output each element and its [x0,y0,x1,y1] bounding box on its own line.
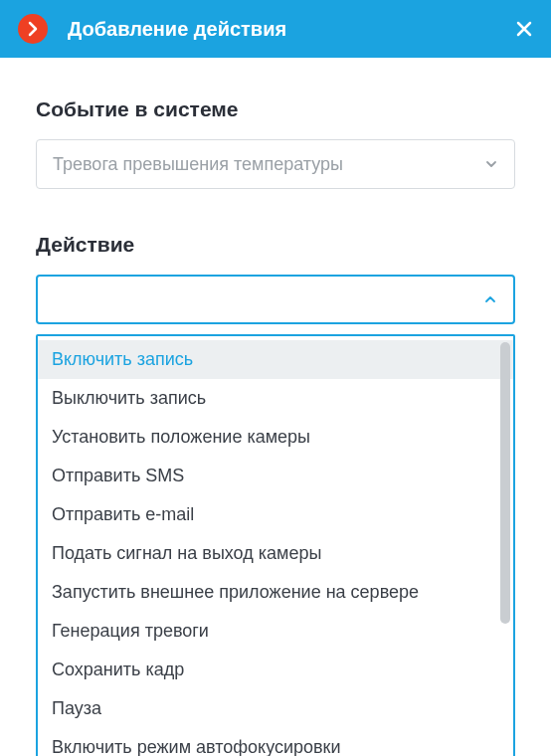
action-option[interactable]: Отправить e-mail [38,495,513,534]
action-dropdown-list: Включить записьВыключить записьУстановит… [38,340,513,756]
action-option[interactable]: Установить положение камеры [38,418,513,457]
action-dropdown: Включить записьВыключить записьУстановит… [36,334,515,756]
scrollbar[interactable] [500,342,510,756]
chevron-down-icon [484,157,498,171]
header-icon [18,14,48,44]
action-option[interactable]: Сохранить кадр [38,651,513,689]
action-option[interactable]: Запустить внешнее приложение на сервере [38,573,513,612]
chevron-right-icon [25,21,41,37]
action-option[interactable]: Включить запись [38,340,513,379]
action-option[interactable]: Включить режим автофокусировки [38,728,513,756]
event-select-value: Тревога превышения температуры [53,154,484,175]
close-button[interactable] [515,20,533,38]
action-option[interactable]: Подать сигнал на выход камеры [38,534,513,573]
action-option[interactable]: Генерация тревоги [38,612,513,651]
scrollbar-thumb[interactable] [500,342,510,624]
close-icon [515,20,533,38]
action-option[interactable]: Отправить SMS [38,457,513,495]
dialog-header: Добавление действия [0,0,551,58]
event-select[interactable]: Тревога превышения температуры [36,139,515,189]
action-label: Действие [36,233,515,257]
action-option[interactable]: Пауза [38,689,513,728]
action-option[interactable]: Выключить запись [38,379,513,418]
action-select[interactable] [36,275,515,324]
dialog-body: Событие в системе Тревога превышения тем… [0,58,551,756]
event-label: Событие в системе [36,97,515,121]
chevron-up-icon [483,292,497,306]
dialog-title: Добавление действия [68,18,286,41]
